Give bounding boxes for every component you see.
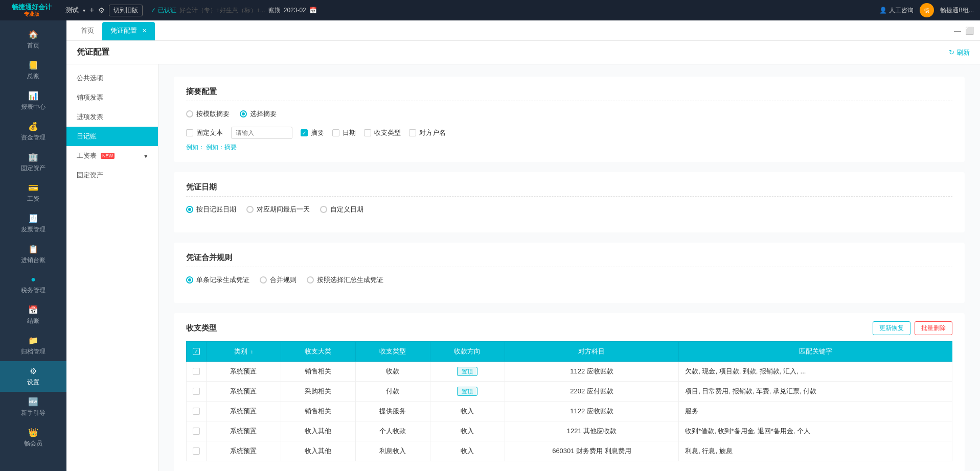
row-type-1: 付款: [355, 382, 430, 402]
row-major-type-3: 收入其他: [281, 421, 355, 441]
row-account-1: 2202 应付账款: [505, 382, 678, 402]
sidebar-item-purchase[interactable]: 📋 进销台账: [0, 239, 66, 270]
checkbox-row-0[interactable]: [193, 368, 200, 375]
left-nav-journal[interactable]: 日记账: [66, 127, 158, 146]
row-major-type-1: 采购相关: [281, 382, 355, 402]
tab-home[interactable]: 首页: [73, 22, 102, 40]
row-keywords-3: 收到*借款, 收到*备用金, 退回*备用金, 个人: [679, 421, 952, 441]
select-all-checkbox[interactable]: ✓: [193, 348, 200, 355]
sidebar-label-salary: 工资: [27, 195, 39, 203]
radio-select-summary[interactable]: 选择摘要: [240, 109, 277, 119]
col-major-type: 收支大类: [281, 342, 355, 362]
radio-single-record[interactable]: 单条记录生成凭证: [186, 275, 249, 285]
top-header: 畅捷通好会计 专业版 测试 ▾ + ⚙ 切到旧版 ✓ 已认证 好会计（专）+好生…: [0, 0, 980, 20]
radio-template-summary[interactable]: 按模版摘要: [186, 109, 230, 119]
direction-tag-1[interactable]: 置顶: [457, 387, 477, 396]
sidebar-item-member[interactable]: 👑 畅会员: [0, 422, 66, 453]
tax-icon: ●: [31, 275, 36, 284]
row-checkbox-0[interactable]: [187, 362, 207, 382]
batch-delete-btn[interactable]: 批量删除: [915, 321, 952, 335]
checkbox-row-2[interactable]: [193, 408, 200, 415]
radio-custom-date[interactable]: 自定义日期: [320, 205, 363, 214]
refresh-btn[interactable]: ↻ 刷新: [949, 48, 970, 57]
checkbox-row-1[interactable]: [193, 388, 200, 395]
member-icon: 👑: [28, 428, 38, 437]
checkbox-counterpart[interactable]: 对方户名: [409, 128, 446, 137]
summary-checkboxes: 固定文本 ✓ 摘要 日期 收支类型: [186, 127, 952, 139]
maximize-icon[interactable]: ⬜: [965, 27, 974, 35]
radio-period-last-day[interactable]: 对应期间最后一天: [246, 205, 310, 214]
add-button[interactable]: +: [89, 6, 94, 15]
sidebar: 🏠 首页 📒 总账 📊 报表中心 💰 资金管理 🏢 固定资产 💳 工资 🧾 发票…: [0, 20, 66, 471]
checkbox-income-type[interactable]: 收支类型: [364, 128, 401, 137]
income-type-table: ✓ 类别 ↕ 收支大类 收支类型 收款方向 对方科目: [186, 341, 952, 461]
checkbox-box-date: [332, 129, 339, 136]
dropdown-arrow-icon[interactable]: ▾: [83, 8, 85, 13]
sidebar-item-fund[interactable]: 💰 资金管理: [0, 116, 66, 147]
date-radio-group: 按日记账日期 对应期间最后一天 自定义日期: [186, 205, 952, 214]
row-checkbox-3[interactable]: [187, 421, 207, 441]
checkbox-summary[interactable]: ✓ 摘要: [301, 128, 324, 137]
left-nav-fixed-assets[interactable]: 固定资产: [66, 166, 158, 185]
row-checkbox-1[interactable]: [187, 382, 207, 402]
checkbox-date[interactable]: 日期: [332, 128, 356, 137]
row-keywords-2: 服务: [679, 402, 952, 421]
tab-voucher-config[interactable]: 凭证配置 ✕: [102, 22, 155, 40]
switch-old-btn[interactable]: 切到旧版: [109, 5, 143, 16]
sort-icon[interactable]: ↕: [250, 349, 253, 355]
period-value: 2023-02: [284, 7, 306, 14]
chevron-down-icon: ▾: [144, 152, 148, 160]
sidebar-label-ledger: 总账: [27, 72, 39, 81]
sidebar-item-tax[interactable]: ● 税务管理: [0, 270, 66, 300]
radio-merge-rules[interactable]: 合并规则: [260, 275, 297, 285]
col-category: 类别 ↕: [207, 342, 281, 362]
sidebar-item-salary[interactable]: 💳 工资: [0, 178, 66, 208]
row-checkbox-4[interactable]: [187, 441, 207, 461]
sidebar-item-archive[interactable]: 📁 归档管理: [0, 331, 66, 361]
assets-icon: 🏢: [28, 152, 38, 162]
checkbox-row-3[interactable]: [193, 428, 200, 435]
fixed-text-input[interactable]: [231, 127, 292, 139]
col-account: 对方科目: [505, 342, 678, 362]
sidebar-item-invoice-mgmt[interactable]: 🧾 发票管理: [0, 208, 66, 239]
user-name[interactable]: 畅捷通B组...: [940, 6, 974, 15]
calendar-icon[interactable]: 📅: [309, 7, 317, 14]
direction-tag-0[interactable]: 置顶: [457, 367, 477, 376]
sidebar-label-archive: 归档管理: [21, 347, 45, 356]
left-nav-sales-invoice[interactable]: 销项发票: [66, 88, 158, 107]
example-text: 例如： 例如：摘要: [186, 143, 952, 152]
row-keywords-1: 项目, 日常费用, 报销款, 车费, 承兑汇票, 付款: [679, 382, 952, 402]
left-nav-public[interactable]: 公共选项: [66, 68, 158, 88]
left-nav-payroll[interactable]: 工资表 NEW ▾: [66, 146, 158, 166]
minimize-icon[interactable]: —: [954, 27, 961, 35]
left-nav-purchase-invoice[interactable]: 进项发票: [66, 107, 158, 127]
sidebar-label-member: 畅会员: [24, 439, 42, 448]
row-type-4: 利息收入: [355, 441, 430, 461]
page-title: 凭证配置: [77, 47, 109, 58]
content-area: 首页 凭证配置 ✕ — ⬜ 凭证配置 ↻ 刷新 公共选项: [66, 20, 980, 471]
radio-journal-date[interactable]: 按日记账日期: [186, 205, 236, 214]
gear-icon[interactable]: ⚙: [98, 6, 105, 14]
row-type-0: 收款: [355, 362, 430, 382]
user-avatar[interactable]: 畅: [920, 3, 934, 17]
row-category-0: 系统预置: [207, 362, 281, 382]
tab-close-icon[interactable]: ✕: [142, 28, 147, 34]
sidebar-item-settings[interactable]: ⚙ 设置: [0, 361, 66, 392]
radio-select-total[interactable]: 按照选择汇总生成凭证: [307, 275, 383, 285]
row-checkbox-2[interactable]: [187, 402, 207, 421]
sidebar-item-settle[interactable]: 📅 结账: [0, 300, 66, 331]
sidebar-item-ledger[interactable]: 📒 总账: [0, 55, 66, 86]
settings-icon: ⚙: [30, 366, 37, 376]
right-content: 摘要配置 按模版摘要 选择摘要: [158, 64, 980, 471]
checkbox-fixed-text[interactable]: 固定文本: [186, 128, 223, 137]
sidebar-item-guide[interactable]: 🆕 新手引导: [0, 392, 66, 422]
sidebar-item-home[interactable]: 🏠 首页: [0, 25, 66, 55]
human-consult-btn[interactable]: 👤 人工咨询: [879, 6, 914, 15]
checkbox-row-4[interactable]: [193, 448, 200, 455]
update-restore-btn[interactable]: 更新恢复: [873, 321, 910, 335]
sidebar-item-report[interactable]: 📊 报表中心: [0, 86, 66, 116]
row-type-2: 提供服务: [355, 402, 430, 421]
sidebar-item-assets[interactable]: 🏢 固定资产: [0, 147, 66, 178]
settle-icon: 📅: [28, 305, 38, 315]
refresh-icon: ↻: [949, 49, 954, 56]
